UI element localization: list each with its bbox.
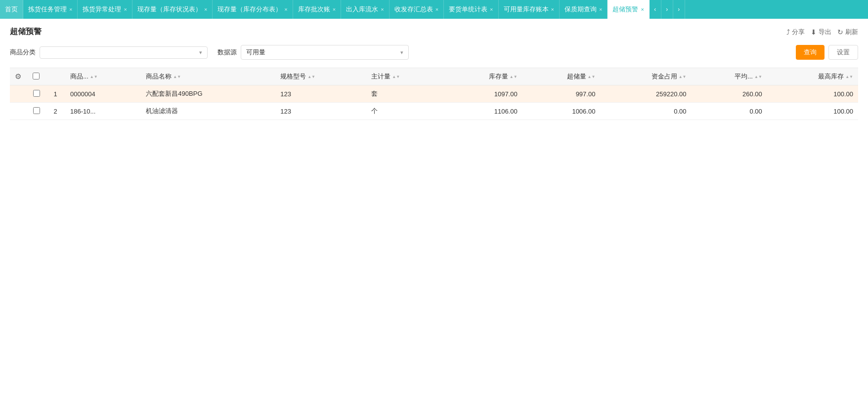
nav-label-abnormal: 拣货异常处理 (83, 5, 121, 14)
nav-label-recv-send-sum: 收发存汇总表 (394, 5, 433, 14)
nav-label-stock-dist: 现存量（库存分布表） (217, 5, 282, 14)
th-avg[interactable]: 平均... ▲▼ (691, 68, 767, 85)
nav-close-batch-acct[interactable]: × (333, 6, 336, 12)
datasource-select[interactable]: 可用量 ▾ (241, 45, 409, 60)
td-num-2: 2 (45, 103, 65, 120)
sort-icon-max-stock: ▲▼ (845, 75, 853, 79)
select-all-checkbox[interactable] (33, 73, 40, 79)
th-sku-name[interactable]: 商品名称 ▲▼ (141, 68, 275, 85)
td-num-1: 1 (45, 85, 65, 103)
th-gear[interactable]: ⚙ (10, 68, 28, 85)
nav-item-task-mgmt[interactable]: 拣货任务管理 × (23, 0, 78, 19)
th-stock[interactable]: 库存量 ▲▼ (444, 68, 522, 85)
th-sort-capital[interactable]: 资金占用 ▲▼ (651, 72, 687, 81)
td-max-stock-1: 100.00 (767, 85, 858, 103)
td-stock-2: 1106.00 (444, 103, 522, 120)
th-sort-sku-code[interactable]: 商品... ▲▼ (70, 72, 98, 81)
datasource-select-value: 可用量 (246, 48, 265, 57)
datasource-filter-group: 数据源 可用量 ▾ (217, 45, 409, 60)
sort-icon-spec: ▲▼ (307, 75, 315, 79)
th-sort-overstock[interactable]: 超储量 ▲▼ (567, 72, 596, 81)
row-checkbox-1[interactable] (33, 90, 40, 97)
td-check-2[interactable] (28, 103, 45, 120)
nav-item-avail-stock[interactable]: 可用量库存账本 × (499, 0, 560, 19)
sort-icon-overstock: ▲▼ (588, 75, 596, 79)
nav-label-in-out-flow: 出入库流水 (346, 5, 378, 14)
nav-close-avail-stock[interactable]: × (551, 6, 554, 12)
nav-item-quality-check[interactable]: 保质期查询 × (560, 0, 608, 19)
table-row: 1 0000004 六配套新昌490BPG 123 套 1097.00 997.… (10, 85, 858, 103)
td-overstock-2: 1006.00 (522, 103, 601, 120)
sort-icon-sku-name: ▲▼ (173, 75, 181, 79)
td-unit-2: 个 (366, 103, 444, 120)
th-spec[interactable]: 规格型号 ▲▼ (275, 68, 366, 85)
nav-item-batch-acct[interactable]: 库存批次账 × (293, 0, 341, 19)
nav-item-recv-send-sum[interactable]: 收发存汇总表 × (390, 0, 444, 19)
share-icon: ⤴ (786, 28, 790, 36)
nav-close-overstock[interactable]: × (641, 6, 644, 12)
nav-close-stock-status[interactable]: × (204, 6, 207, 12)
gear-icon[interactable]: ⚙ (15, 72, 21, 80)
nav-close-in-out-flow[interactable]: × (381, 6, 384, 12)
td-sku-name-2: 机油滤清器 (141, 103, 275, 120)
export-button[interactable]: ⬇ 导出 (811, 28, 831, 37)
th-sort-avg[interactable]: 平均... ▲▼ (735, 72, 762, 81)
datasource-filter-label: 数据源 (217, 48, 237, 57)
td-overstock-1: 997.00 (522, 85, 601, 103)
nav-label-overstock: 超储预警 (612, 5, 638, 14)
page-content: 超储预警 ⤴ 分享 ⬇ 导出 ↻ 刷新 商品分类 ▾ 数据源 (0, 19, 868, 395)
th-sku-code[interactable]: 商品... ▲▼ (65, 68, 141, 85)
sort-icon-unit: ▲▼ (392, 75, 400, 79)
nav-item-home[interactable]: 首页 (0, 0, 23, 19)
refresh-button[interactable]: ↻ 刷新 (837, 28, 858, 37)
th-unit[interactable]: 主计量 ▲▼ (366, 68, 444, 85)
category-select-arrow-icon: ▾ (199, 49, 202, 56)
nav-close-abnormal[interactable]: × (124, 6, 127, 12)
td-check-1[interactable] (28, 85, 45, 103)
nav-label-task-mgmt: 拣货任务管理 (28, 5, 67, 14)
nav-item-in-out-flow[interactable]: 出入库流水 × (341, 0, 389, 19)
share-button[interactable]: ⤴ 分享 (786, 28, 805, 37)
row-checkbox-2[interactable] (33, 107, 40, 114)
nav-close-order-stat[interactable]: × (490, 6, 493, 12)
td-avg-2: 0.00 (691, 103, 767, 120)
th-sort-unit[interactable]: 主计量 ▲▼ (371, 72, 400, 81)
nav-item-stock-dist[interactable]: 现存量（库存分布表） × (213, 0, 293, 19)
th-max-stock[interactable]: 最高库存 ▲▼ (767, 68, 858, 85)
th-overstock[interactable]: 超储量 ▲▼ (522, 68, 601, 85)
th-sort-max-stock[interactable]: 最高库存 ▲▼ (818, 72, 853, 81)
nav-close-task-mgmt[interactable]: × (69, 6, 72, 12)
nav-item-stock-status[interactable]: 现存量（库存状况表） × (132, 0, 213, 19)
category-filter-label: 商品分类 (10, 48, 36, 57)
td-gear-2 (10, 103, 28, 120)
page-header: 超储预警 ⤴ 分享 ⬇ 导出 ↻ 刷新 (10, 27, 858, 37)
refresh-label: 刷新 (845, 28, 858, 37)
settings-button[interactable]: 设置 (828, 45, 858, 60)
td-sku-name-1: 六配套新昌490BPG (141, 85, 275, 103)
th-sort-spec[interactable]: 规格型号 ▲▼ (280, 72, 315, 81)
data-table: ⚙ 商品... ▲▼ 商品名称 ▲▼ (10, 68, 858, 120)
nav-item-abnormal[interactable]: 拣货异常处理 × (78, 0, 132, 19)
th-capital[interactable]: 资金占用 ▲▼ (600, 68, 691, 85)
nav-item-overstock[interactable]: 超储预警 × (608, 0, 649, 19)
page-title: 超储预警 (10, 27, 42, 37)
filter-buttons: 查询 设置 (796, 45, 858, 60)
td-sku-code-1: 0000004 (65, 85, 141, 103)
nav-item-order-stat[interactable]: 要货单统计表 × (444, 0, 498, 19)
sort-icon-sku-code: ▲▼ (90, 75, 98, 79)
sort-icon-avg: ▲▼ (754, 75, 762, 79)
nav-close-stock-dist[interactable]: × (284, 6, 287, 12)
nav-close-recv-send-sum[interactable]: × (435, 6, 438, 12)
query-button[interactable]: 查询 (796, 45, 825, 60)
sort-icon-stock: ▲▼ (510, 75, 518, 79)
nav-label-avail-stock: 可用量库存账本 (504, 5, 549, 14)
category-select[interactable]: ▾ (40, 46, 208, 59)
nav-arrow-right[interactable]: › (661, 0, 673, 19)
th-sort-stock[interactable]: 库存量 ▲▼ (489, 72, 518, 81)
td-spec-2: 123 (275, 103, 366, 120)
nav-arrow-left[interactable]: ‹ (650, 0, 661, 19)
th-sort-sku-name[interactable]: 商品名称 ▲▼ (146, 72, 181, 81)
export-label: 导出 (819, 28, 831, 37)
nav-close-quality-check[interactable]: × (599, 6, 602, 12)
nav-arrow-expand[interactable]: › (673, 0, 685, 19)
